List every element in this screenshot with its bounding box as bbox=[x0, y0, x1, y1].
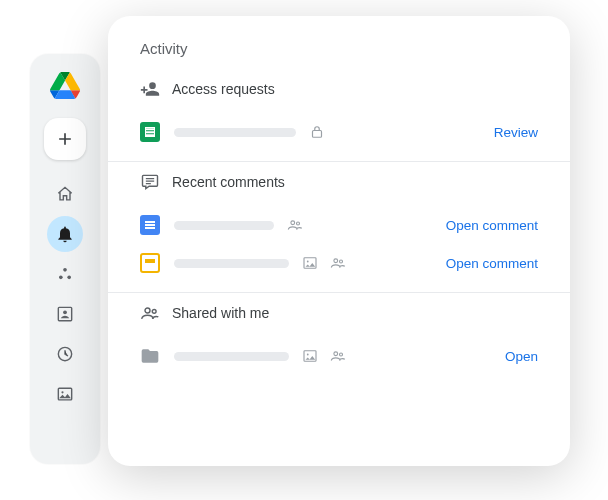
row-meta bbox=[301, 347, 347, 365]
people-icon bbox=[329, 254, 347, 272]
svg-point-7 bbox=[61, 391, 63, 393]
new-button[interactable] bbox=[44, 118, 86, 160]
svg-rect-8 bbox=[313, 131, 322, 138]
filename-placeholder bbox=[174, 259, 289, 268]
row-meta bbox=[308, 123, 326, 141]
lock-icon bbox=[308, 123, 326, 141]
shared-row[interactable]: Open bbox=[140, 337, 538, 375]
comment-row[interactable]: Open comment bbox=[140, 244, 538, 282]
nav-home[interactable] bbox=[47, 176, 83, 212]
svg-point-13 bbox=[334, 259, 338, 263]
row-meta bbox=[286, 216, 304, 234]
svg-point-10 bbox=[297, 222, 300, 225]
svg-point-12 bbox=[307, 261, 309, 263]
person-box-icon bbox=[55, 304, 75, 324]
image-icon bbox=[55, 384, 75, 404]
section-recent-comments: Recent comments Open comment Open commen… bbox=[140, 172, 538, 282]
section-label: Access requests bbox=[172, 81, 275, 97]
slides-file-icon bbox=[140, 253, 160, 273]
section-header-access: Access requests bbox=[140, 79, 538, 99]
comment-row[interactable]: Open comment bbox=[140, 206, 538, 244]
section-access-requests: Access requests Review bbox=[140, 79, 538, 151]
svg-point-18 bbox=[307, 354, 309, 356]
people-icon bbox=[140, 303, 160, 323]
open-action[interactable]: Open bbox=[505, 349, 538, 364]
people-icon bbox=[286, 216, 304, 234]
nav-shared[interactable] bbox=[47, 296, 83, 332]
nav-photos[interactable] bbox=[47, 376, 83, 412]
section-shared-with-me: Shared with me Open bbox=[140, 303, 538, 375]
comment-icon bbox=[140, 172, 160, 192]
nav-recent[interactable] bbox=[47, 336, 83, 372]
svg-point-16 bbox=[152, 309, 156, 313]
svg-point-0 bbox=[63, 268, 67, 272]
nav-activity[interactable] bbox=[47, 216, 83, 252]
svg-point-15 bbox=[145, 308, 150, 313]
home-icon bbox=[55, 184, 75, 204]
docs-file-icon bbox=[140, 215, 160, 235]
filename-placeholder bbox=[174, 221, 274, 230]
image-small-icon bbox=[301, 254, 319, 272]
access-request-row[interactable]: Review bbox=[140, 113, 538, 151]
sidebar bbox=[30, 54, 100, 464]
plus-icon bbox=[55, 129, 75, 149]
folder-icon bbox=[140, 346, 160, 366]
person-add-icon bbox=[140, 79, 160, 99]
sheets-file-icon bbox=[140, 122, 160, 142]
filename-placeholder bbox=[174, 352, 289, 361]
svg-point-19 bbox=[334, 352, 338, 356]
clock-icon bbox=[55, 344, 75, 364]
svg-point-1 bbox=[59, 276, 63, 280]
svg-point-9 bbox=[291, 221, 295, 225]
activity-panel: Activity Access requests Review Recent c… bbox=[108, 16, 570, 466]
filename-placeholder bbox=[174, 128, 296, 137]
section-header-shared: Shared with me bbox=[140, 303, 538, 323]
section-label: Shared with me bbox=[172, 305, 269, 321]
svg-point-14 bbox=[340, 260, 343, 263]
open-comment-action[interactable]: Open comment bbox=[446, 218, 538, 233]
section-label: Recent comments bbox=[172, 174, 285, 190]
row-meta bbox=[301, 254, 347, 272]
nav-workspaces[interactable] bbox=[47, 256, 83, 292]
panel-title: Activity bbox=[140, 40, 538, 57]
people-icon bbox=[329, 347, 347, 365]
divider bbox=[108, 161, 570, 162]
drive-logo-icon bbox=[50, 72, 80, 100]
bell-icon bbox=[55, 224, 75, 244]
svg-point-2 bbox=[67, 276, 71, 280]
review-action[interactable]: Review bbox=[494, 125, 538, 140]
divider bbox=[108, 292, 570, 293]
open-comment-action[interactable]: Open comment bbox=[446, 256, 538, 271]
section-header-comments: Recent comments bbox=[140, 172, 538, 192]
svg-point-20 bbox=[340, 353, 343, 356]
svg-point-4 bbox=[63, 310, 67, 314]
workspaces-icon bbox=[55, 264, 75, 284]
image-small-icon bbox=[301, 347, 319, 365]
